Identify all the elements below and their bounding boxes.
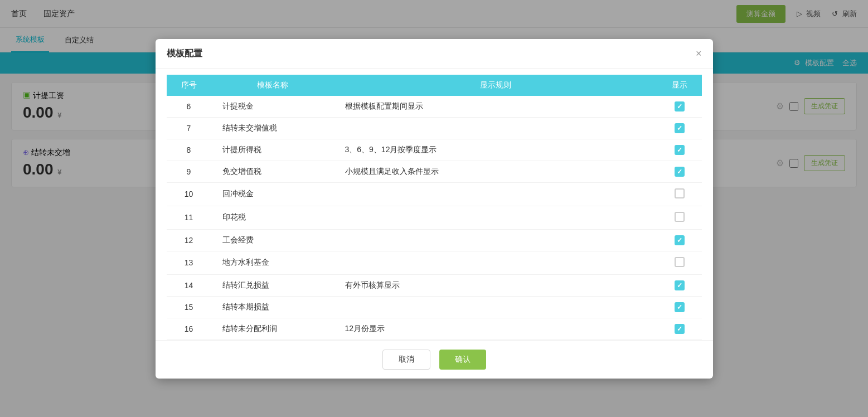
checkbox-14[interactable] [675,280,685,290]
row-id-13: 13 [167,251,211,274]
table-row: 13地方水利基金 [167,251,702,274]
row-id-6: 6 [167,96,211,118]
table-row: 12工会经费 [167,229,702,251]
row-check-16[interactable] [657,318,702,340]
modal-dialog: 模板配置 × 序号 模板名称 显示规则 显示 6计提税金根据模板配置期间显示7结… [156,39,713,379]
modal-overlay: 模板配置 × 序号 模板名称 显示规则 显示 6计提税金根据模板配置期间显示7结… [0,0,868,417]
row-rule-6: 根据模板配置期间显示 [334,96,657,118]
row-name-13: 地方水利基金 [211,251,334,274]
row-name-6: 计提税金 [211,96,334,118]
row-rule-9: 小规模且满足收入条件显示 [334,161,657,182]
row-name-12: 工会经费 [211,229,334,251]
col-header-name: 模板名称 [211,75,334,96]
checkbox-15[interactable] [675,302,685,312]
row-name-7: 结转未交增值税 [211,117,334,139]
row-id-7: 7 [167,117,211,139]
row-rule-14: 有外币核算显示 [334,274,657,296]
row-id-8: 8 [167,139,211,161]
col-header-display: 显示 [657,75,702,96]
config-table: 序号 模板名称 显示规则 显示 6计提税金根据模板配置期间显示7结转未交增值税8… [167,75,702,340]
row-id-15: 15 [167,296,211,318]
checkbox-6[interactable] [675,101,685,111]
row-name-10: 回冲税金 [211,182,334,206]
row-name-9: 免交增值税 [211,161,334,182]
row-id-14: 14 [167,274,211,296]
table-row: 9免交增值税小规模且满足收入条件显示 [167,161,702,182]
table-row: 15结转本期损益 [167,296,702,318]
row-check-12[interactable] [657,229,702,251]
checkbox-12[interactable] [675,235,685,245]
table-row: 10回冲税金 [167,182,702,206]
row-check-7[interactable] [657,117,702,139]
row-check-10[interactable] [657,182,702,206]
checkbox-8[interactable] [675,145,685,155]
checkbox-16[interactable] [675,324,685,334]
modal-title: 模板配置 [167,48,202,60]
table-row: 14结转汇兑损益有外币核算显示 [167,274,702,296]
row-rule-16: 12月份显示 [334,318,657,340]
confirm-button[interactable]: 确认 [439,350,486,370]
row-check-9[interactable] [657,161,702,182]
col-header-id: 序号 [167,75,211,96]
modal-header: 模板配置 × [156,39,713,69]
row-rule-7 [334,117,657,139]
modal-close-button[interactable]: × [696,49,702,59]
row-check-11[interactable] [657,206,702,229]
row-rule-13 [334,251,657,274]
checkbox-9[interactable] [675,167,685,177]
row-name-8: 计提所得税 [211,139,334,161]
row-name-16: 结转未分配利润 [211,318,334,340]
checkbox-7[interactable] [675,123,685,133]
row-name-15: 结转本期损益 [211,296,334,318]
row-check-8[interactable] [657,139,702,161]
modal-footer: 取消 确认 [156,340,713,379]
row-id-16: 16 [167,318,211,340]
modal-body: 序号 模板名称 显示规则 显示 6计提税金根据模板配置期间显示7结转未交增值税8… [156,69,713,340]
row-id-9: 9 [167,161,211,182]
table-row: 11印花税 [167,206,702,229]
row-id-12: 12 [167,229,211,251]
checkbox-10[interactable] [675,188,685,198]
table-row: 8计提所得税3、6、9、12月按季度显示 [167,139,702,161]
row-name-11: 印花税 [211,206,334,229]
row-check-14[interactable] [657,274,702,296]
table-row: 16结转未分配利润12月份显示 [167,318,702,340]
table-body: 6计提税金根据模板配置期间显示7结转未交增值税8计提所得税3、6、9、12月按季… [167,96,702,340]
row-id-10: 10 [167,182,211,206]
row-rule-11 [334,206,657,229]
row-check-6[interactable] [657,96,702,118]
row-rule-8: 3、6、9、12月按季度显示 [334,139,657,161]
row-check-15[interactable] [657,296,702,318]
row-rule-12 [334,229,657,251]
table-row: 7结转未交增值税 [167,117,702,139]
table-header-row: 序号 模板名称 显示规则 显示 [167,75,702,96]
table-row: 6计提税金根据模板配置期间显示 [167,96,702,118]
col-header-rule: 显示规则 [334,75,657,96]
row-rule-10 [334,182,657,206]
checkbox-13[interactable] [675,257,685,267]
row-name-14: 结转汇兑损益 [211,274,334,296]
row-id-11: 11 [167,206,211,229]
row-rule-15 [334,296,657,318]
row-check-13[interactable] [657,251,702,274]
checkbox-11[interactable] [675,212,685,222]
cancel-button[interactable]: 取消 [382,350,430,370]
